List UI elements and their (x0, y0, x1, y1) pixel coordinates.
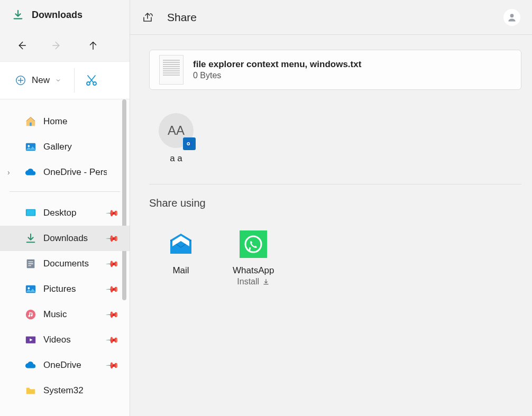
new-label: New (32, 75, 50, 86)
svg-point-10 (28, 287, 30, 289)
app-mail-label: Mail (172, 265, 189, 276)
person-icon (507, 12, 517, 23)
file-size: 0 Bytes (193, 71, 361, 80)
app-whatsapp-label: WhatsApp (233, 265, 274, 276)
documents-icon (24, 257, 37, 270)
pin-icon: 📌 (105, 231, 120, 246)
pin-icon: 📌 (105, 332, 120, 347)
tree-divider (10, 191, 120, 192)
svg-rect-19 (240, 230, 267, 258)
chevron-down-icon (55, 77, 61, 84)
nav-onedrive[interactable]: OneDrive 📌 (0, 353, 130, 378)
share-panel: Share file explorer context menu, window… (130, 0, 532, 416)
avatar-initials: AA (168, 123, 185, 138)
nav-home-label: Home (43, 116, 67, 127)
desktop-icon (24, 207, 37, 219)
share-apps-row: Mail WhatsApp Install (130, 209, 532, 286)
app-whatsapp-install-text: Install (237, 277, 259, 286)
contact-item[interactable]: AA a a (159, 113, 194, 164)
back-button[interactable] (15, 39, 27, 52)
svg-point-12 (28, 315, 30, 317)
nav-desktop-label: Desktop (43, 208, 76, 218)
videos-icon (24, 334, 37, 346)
pictures-icon (24, 283, 37, 295)
folder-icon (24, 384, 37, 397)
forward-button[interactable] (51, 39, 63, 52)
nav-videos-label: Videos (43, 335, 71, 345)
downloads-folder-icon (12, 8, 24, 21)
nav-desktop[interactable]: Desktop 📌 (0, 200, 130, 226)
gallery-icon (24, 141, 37, 153)
music-icon (24, 308, 37, 321)
nav-music[interactable]: Music 📌 (0, 302, 130, 327)
share-header: Share (130, 0, 532, 35)
plus-circle-icon (15, 75, 26, 86)
file-info: file explorer context menu, windows.txt … (193, 59, 361, 80)
toolbar-separator (74, 68, 75, 93)
contact-name: a a (170, 153, 182, 164)
file-explorer-panel: Downloads New (0, 0, 130, 416)
nav-home[interactable]: Home (0, 109, 130, 134)
svg-rect-7 (26, 210, 35, 215)
nav-gallery[interactable]: Gallery (0, 134, 130, 160)
window-title: Downloads (32, 10, 82, 21)
pin-icon: 📌 (105, 358, 120, 373)
home-icon (24, 115, 37, 128)
mail-icon (167, 230, 195, 258)
svg-point-5 (28, 145, 30, 147)
nav-pictures[interactable]: Pictures 📌 (0, 276, 130, 302)
svg-rect-3 (30, 123, 32, 126)
nav-videos[interactable]: Videos 📌 (0, 327, 130, 353)
nav-documents-label: Documents (43, 258, 89, 269)
contacts-row: AA a a (130, 90, 532, 164)
share-title: Share (167, 11, 197, 24)
downloads-icon (24, 232, 37, 245)
file-name: file explorer context menu, windows.txt (193, 59, 361, 70)
nav-downloads-label: Downloads (43, 233, 88, 244)
cut-button[interactable] (83, 72, 100, 89)
shared-file-card: file explorer context menu, windows.txt … (149, 50, 521, 90)
titlebar: Downloads (0, 0, 130, 30)
navigation-row (0, 30, 130, 61)
pin-icon: 📌 (105, 282, 120, 297)
pin-icon: 📌 (105, 307, 120, 322)
nav-onedrive-personal[interactable]: › OneDrive - Personal (0, 160, 130, 185)
svg-point-13 (31, 315, 33, 317)
app-whatsapp-sub: Install (237, 277, 270, 286)
new-button[interactable]: New (0, 71, 70, 89)
app-mail[interactable]: Mail (167, 230, 195, 286)
share-using-label: Share using (149, 197, 532, 209)
up-button[interactable] (87, 39, 99, 52)
nav-onedrive-personal-label: OneDrive - Personal (43, 167, 107, 178)
cloud-icon (24, 359, 37, 372)
nav-system32-label: System32 (43, 385, 84, 396)
account-button[interactable] (503, 9, 520, 26)
nav-pictures-label: Pictures (43, 284, 76, 294)
nav-system32[interactable]: System32 (0, 378, 130, 403)
download-icon (262, 278, 270, 285)
outlook-badge-icon (183, 137, 196, 150)
nav-music-label: Music (43, 309, 67, 320)
nav-documents[interactable]: Documents 📌 (0, 251, 130, 276)
whatsapp-icon (240, 230, 267, 258)
navigation-tree[interactable]: Home Gallery › OneDrive - Personal Deskt… (0, 99, 130, 416)
avatar: AA (159, 113, 194, 148)
share-divider (149, 184, 521, 184)
file-thumbnail-icon (159, 55, 184, 85)
svg-point-15 (510, 14, 514, 17)
svg-point-11 (26, 310, 35, 319)
share-icon (142, 11, 154, 24)
pin-icon: 📌 (105, 256, 120, 271)
scissors-icon (85, 74, 98, 87)
nav-onedrive-label: OneDrive (43, 360, 81, 371)
app-whatsapp[interactable]: WhatsApp Install (233, 230, 274, 286)
svg-point-18 (188, 143, 189, 145)
nav-downloads[interactable]: Downloads 📌 (0, 226, 130, 251)
toolbar: New (0, 61, 130, 99)
cloud-icon (24, 166, 37, 179)
pin-icon: 📌 (105, 206, 120, 220)
chevron-right-icon[interactable]: › (7, 168, 10, 177)
nav-gallery-label: Gallery (43, 142, 72, 152)
